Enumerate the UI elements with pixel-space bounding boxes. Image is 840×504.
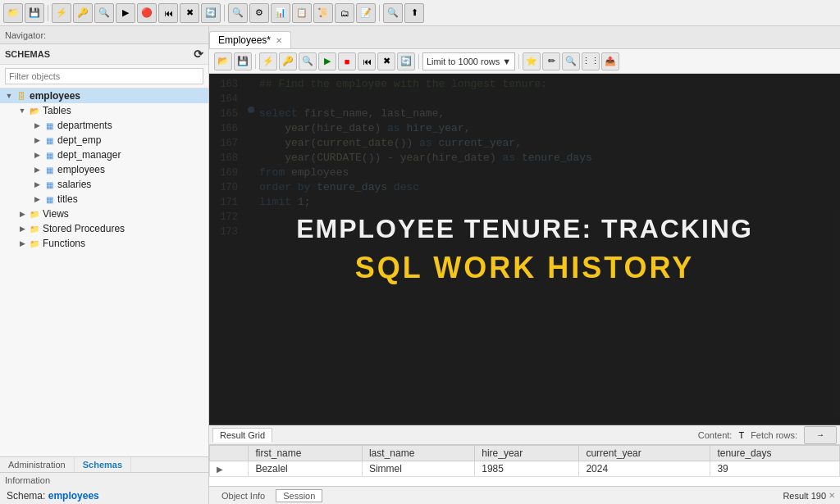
sal-arrow: ▶	[31, 179, 43, 190]
toolbar-btn-1[interactable]: 📁	[3, 3, 23, 23]
schema-field-label: Schema: employees	[0, 488, 208, 504]
ed-pen-btn[interactable]: ✏	[542, 52, 560, 70]
tree-table-dept-emp[interactable]: ▶ ▦ dept_emp	[0, 133, 208, 148]
dept-emp-arrow: ▶	[31, 134, 43, 146]
ed-search-btn[interactable]: 🔍	[562, 52, 580, 70]
toolbar-btn-17[interactable]: 📝	[356, 3, 376, 23]
schemas-label: SCHEMAS	[5, 49, 50, 59]
result-count-label: Result 190 ✕	[783, 491, 835, 501]
table-icon-4: ▦	[43, 163, 56, 176]
navigator-label: Navigator:	[5, 30, 46, 40]
dept-mgr-arrow: ▶	[31, 149, 43, 161]
tree-stored-procs[interactable]: ▶ 📁 Stored Procedures	[0, 221, 208, 236]
ed-refresh-btn[interactable]: 🔄	[397, 52, 415, 70]
tree-table-dept-manager[interactable]: ▶ ▦ dept_manager	[0, 148, 208, 162]
titles-arrow: ▶	[31, 193, 43, 205]
ed-cols-btn[interactable]: ⋮⋮	[582, 52, 600, 70]
bottom-tab-session[interactable]: Session	[276, 489, 322, 502]
result-grid-tab[interactable]: Result Grid	[212, 428, 272, 443]
nav-info-label: Information	[0, 473, 208, 488]
editor-area: Employees* ✕ 📂 💾 ⚡ 🔑 🔍 ▶ ■ ⏮ ✖ 🔄 Limit t…	[209, 26, 840, 504]
content-icon: T	[738, 430, 744, 440]
fn-label: Functions	[43, 238, 85, 249]
toolbar-btn-6[interactable]: ▶	[116, 3, 135, 23]
bottom-tab-object-info[interactable]: Object Info	[214, 489, 272, 502]
row-arrow: ▶	[210, 461, 249, 477]
table-icon-3: ▦	[43, 148, 56, 161]
ed-open-btn[interactable]: 📂	[214, 52, 232, 70]
tab-bar: Employees* ✕	[209, 26, 840, 49]
tree-functions[interactable]: ▶ 📁 Functions	[0, 236, 208, 251]
toolbar-btn-7[interactable]: 🔴	[137, 3, 157, 23]
ed-exec-sel-btn[interactable]: 🔑	[279, 52, 297, 70]
toolbar-btn-3[interactable]: ⚡	[52, 3, 71, 23]
editor-toolbar: 📂 💾 ⚡ 🔑 🔍 ▶ ■ ⏮ ✖ 🔄 Limit to 1000 rows ▼…	[209, 49, 840, 74]
ed-star-btn[interactable]: ⭐	[523, 52, 541, 70]
ed-stop-btn[interactable]: ■	[338, 52, 356, 70]
filter-box	[0, 65, 208, 89]
emp-arrow: ▶	[31, 164, 43, 175]
toolbar-btn-12[interactable]: ⚙	[249, 3, 269, 23]
result-close-icon[interactable]: ✕	[829, 491, 835, 500]
views-icon: 📁	[28, 207, 41, 220]
tab-close-icon[interactable]: ✕	[276, 36, 282, 45]
results-table-wrap: first_name last_name hire_year current_y…	[209, 445, 840, 486]
tree-tables[interactable]: ▼ 📂 Tables	[0, 103, 208, 118]
schemas-icon: ⟳	[194, 48, 203, 61]
fetch-rows-input[interactable]: →	[804, 426, 837, 444]
fn-icon: 📁	[28, 237, 41, 250]
toolbar-btn-18[interactable]: 🔍	[383, 3, 403, 23]
toolbar-btn-16[interactable]: 🗂	[335, 3, 354, 23]
main-area: Navigator: SCHEMAS ⟳ ▼ 🗄 employees ▼ 📂 T…	[0, 26, 840, 504]
nav-tab-admin[interactable]: Administration	[0, 457, 75, 472]
code-editor[interactable]: 163 ## Find the employee with the longes…	[209, 74, 840, 425]
editor-tab-employees[interactable]: Employees* ✕	[209, 31, 291, 48]
overlay-line2: SQL WORK HISTORY	[355, 251, 694, 285]
toolbar-btn-2[interactable]: 💾	[25, 3, 44, 23]
schema-arrow: ▼	[3, 90, 15, 102]
sp-icon: 📁	[28, 222, 41, 235]
toolbar-btn-11[interactable]: 🔍	[228, 3, 248, 23]
fn-arrow: ▶	[16, 238, 28, 249]
nav-bottom: Administration Schemas Information Schem…	[0, 456, 208, 504]
tree-table-titles[interactable]: ▶ ▦ titles	[0, 192, 208, 207]
toolbar-btn-14[interactable]: 📋	[292, 3, 312, 23]
toolbar-btn-10[interactable]: 🔄	[201, 3, 221, 23]
schema-icon: 🗄	[15, 89, 28, 102]
tree-table-employees[interactable]: ▶ ▦ employees	[0, 162, 208, 177]
nav-tab-schemas[interactable]: Schemas	[75, 457, 131, 472]
toolbar-btn-5[interactable]: 🔍	[94, 3, 114, 23]
toolbar-btn-19[interactable]: ⬆	[404, 3, 424, 23]
sep-3	[379, 5, 380, 21]
ed-explain-btn[interactable]: 🔍	[299, 52, 317, 70]
cell-tenure-days: 39	[710, 461, 840, 477]
sp-arrow: ▶	[16, 223, 28, 234]
results-area: Result Grid Content: T Fetch rows: → fir…	[209, 425, 840, 486]
ed-sep-2	[418, 54, 419, 69]
cell-current-year: 2024	[579, 461, 710, 477]
limit-dropdown[interactable]: Limit to 1000 rows ▼	[422, 52, 515, 70]
schema-field-text: Schema:	[7, 490, 45, 502]
ed-run-btn[interactable]: ▶	[318, 52, 336, 70]
toolbar-btn-4[interactable]: 🔑	[73, 3, 93, 23]
tree-table-salaries[interactable]: ▶ ▦ salaries	[0, 177, 208, 192]
tree-views[interactable]: ▶ 📁 Views	[0, 207, 208, 221]
toolbar-btn-13[interactable]: 📊	[271, 3, 290, 23]
table-row: ▶ Bezalel Simmel 1985 2024 39	[210, 461, 840, 477]
tree-table-departments[interactable]: ▶ ▦ departments	[0, 118, 208, 133]
schema-value: employees	[48, 490, 99, 502]
filter-input[interactable]	[5, 68, 203, 84]
results-table: first_name last_name hire_year current_y…	[209, 445, 840, 477]
content-label: Content:	[695, 430, 736, 440]
ed-export-btn[interactable]: 📤	[601, 52, 619, 70]
toolbar-btn-9[interactable]: ✖	[180, 3, 199, 23]
toolbar-btn-8[interactable]: ⏮	[158, 3, 178, 23]
ed-prev-btn[interactable]: ⏮	[358, 52, 376, 70]
tree-schema-employees[interactable]: ▼ 🗄 employees	[0, 89, 208, 103]
ed-save-btn[interactable]: 💾	[234, 52, 252, 70]
views-label: Views	[43, 208, 69, 220]
schemas-header: SCHEMAS ⟳	[0, 44, 208, 65]
ed-exec-btn[interactable]: ⚡	[259, 52, 277, 70]
toolbar-btn-15[interactable]: 📜	[313, 3, 333, 23]
ed-skip-btn[interactable]: ✖	[377, 52, 395, 70]
